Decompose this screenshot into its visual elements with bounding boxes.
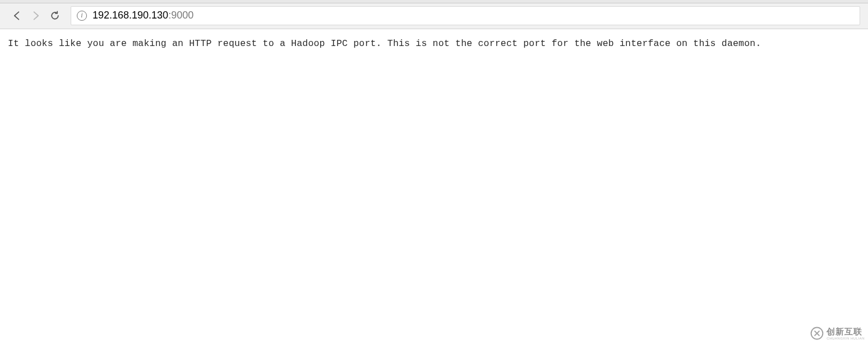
- watermark-sub: CHUANGXIN HULIAN: [827, 337, 865, 340]
- error-message: It looks like you are making an HTTP req…: [8, 38, 761, 49]
- forward-button[interactable]: [30, 10, 41, 21]
- watermark-main: 创新互联: [827, 327, 865, 336]
- info-glyph: i: [81, 11, 82, 20]
- watermark-logo-icon: [810, 326, 824, 341]
- page-body: It looks like you are making an HTTP req…: [0, 29, 868, 58]
- watermark: 创新互联 CHUANGXIN HULIAN: [810, 326, 865, 341]
- address-bar[interactable]: i 192.168.190.130:9000: [71, 6, 860, 25]
- reload-button[interactable]: [49, 10, 61, 21]
- site-info-icon[interactable]: i: [77, 11, 87, 21]
- nav-controls: [11, 10, 61, 21]
- url-host: 192.168.190.130: [93, 10, 168, 21]
- back-button[interactable]: [11, 10, 22, 21]
- watermark-text: 创新互联 CHUANGXIN HULIAN: [827, 327, 865, 340]
- tab-strip: [0, 0, 868, 3]
- browser-toolbar: i 192.168.190.130:9000: [0, 0, 868, 29]
- url-port: :9000: [168, 10, 193, 21]
